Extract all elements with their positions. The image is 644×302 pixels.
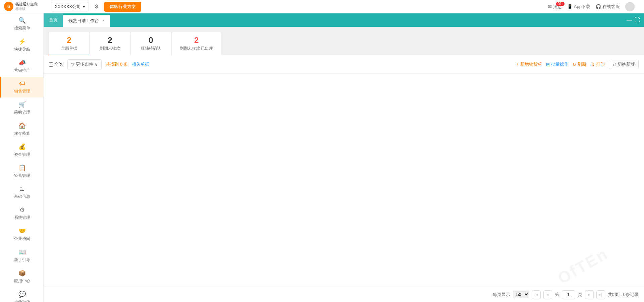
company-selector[interactable]: XXXXXX公司 ▾ [51,2,89,11]
header-right: ✉ 消息 99+ 📱 App下载 🎧 在线客服 [548,2,640,11]
settings-button[interactable]: ⚙ [92,2,101,11]
stat-all-label: 全部单据 [57,46,81,51]
select-all-checkbox[interactable]: 全选 [49,61,63,67]
stats-tabs: 2 全部单据 2 到期未收款 0 旺辅待确认 2 到期未收款 已出库 [44,27,644,55]
sidebar-item-guide[interactable]: 📖 新手引导 [0,245,43,266]
refresh-icon: ↻ [573,62,576,67]
search-icon: 🔍 [18,17,26,24]
last-page-button[interactable]: ▸| [596,290,605,299]
batch-label: 批量操作 [551,61,569,67]
experience-button[interactable]: 体验行业方案 [104,2,141,12]
table-area [44,74,644,287]
switch-icon: ⇄ [612,62,616,67]
sidebar-item-purchase[interactable]: 🛒 采购管理 [0,98,43,119]
money-icon: 💰 [18,143,26,150]
sidebar-item-wechat[interactable]: 💬 企业微信 [0,287,43,302]
message-badge: 99+ [556,2,565,6]
tab-workbench[interactable]: 钱货日清工作台 × [63,15,110,27]
switch-version-button[interactable]: ⇄ 切换新版 [609,60,639,69]
app-badge: 标准版 [15,7,38,11]
message-icon: ✉ [548,4,552,9]
sidebar-search-label: 搜索菜单 [14,25,30,31]
stat-tab-overdue[interactable]: 2 到期未收款 [90,32,130,55]
batch-icon: ⊞ [546,62,550,67]
select-all-label: 全选 [55,61,63,67]
select-all-input[interactable] [49,62,53,67]
workbench: 2 全部单据 2 到期未收款 0 旺辅待确认 2 到期未收款 已出库 [44,27,644,302]
sidebar-operations-label: 经营管理 [14,173,30,179]
handshake-icon: 🤝 [18,227,26,235]
sidebar-basic-info-label: 基础信息 [14,194,30,199]
first-page-button[interactable]: |◂ [532,290,541,299]
add-sales-order-button[interactable]: + 新增销货单 [517,61,542,67]
home-icon: 🏠 [18,122,26,129]
sidebar-item-search[interactable]: 🔍 搜索菜单 [0,13,43,35]
page-label-first: 第 [555,292,559,298]
settings-icon: ⚙ [19,206,25,214]
stat-tab-shipped[interactable]: 2 到期未收款 已出库 [172,32,221,55]
sidebar-item-system[interactable]: ⚙ 系统管理 [0,203,43,224]
toolbar: 全选 ▽ 更多条件 ∨ 共找到 0 条 相关单据 + 新增销货单 [44,55,644,74]
found-count-number: 0 [120,62,122,67]
sidebar-wechat-label: 企业微信 [14,299,30,302]
content-area: 首页 钱货日清工作台 × — ⛶ 2 全部单据 [44,13,644,302]
stat-tab-wangfu[interactable]: 0 旺辅待确认 [131,32,171,55]
tab-close-icon[interactable]: × [102,18,105,23]
toolbar-right: + 新增销货单 ⊞ 批量操作 ↻ 刷新 🖨 打印 [517,60,639,69]
sidebar-item-basic-info[interactable]: 🗂 基础信息 [0,182,43,203]
wechat-icon: 💬 [18,291,26,298]
next-page-button[interactable]: ▸ [585,290,594,299]
sidebar-item-enterprise[interactable]: 🤝 企业协同 [0,224,43,245]
stat-wangfu-count: 0 [139,36,163,45]
tab-maximize-button[interactable]: ⛶ [635,17,640,23]
sidebar-item-inventory[interactable]: 🏠 库存核算 [0,119,43,140]
sidebar-item-shortcuts[interactable]: ⚡ 快捷导航 [0,35,43,56]
stat-overdue-label: 到期未收款 [98,46,122,51]
book-icon: 📖 [18,248,26,256]
sidebar-item-marketing[interactable]: 📣 营销推广 [0,56,43,77]
megaphone-icon: 📣 [18,59,26,66]
top-header: 6 畅捷通好生意 标准版 XXXXXX公司 ▾ ⚙ 体验行业方案 ✉ 消息 99… [0,0,644,13]
stat-tab-all[interactable]: 2 全部单据 [49,32,89,55]
sidebar-item-sales[interactable]: 🏷 销售管理 [0,77,43,98]
headset-icon: 🎧 [596,4,601,9]
main-layout: 🔍 搜索菜单 ⚡ 快捷导航 📣 营销推广 🏷 销售管理 🛒 采购管理 🏠 库存核… [0,13,644,302]
stat-all-count: 2 [57,36,81,45]
filter-button[interactable]: ▽ 更多条件 ∨ [67,59,102,69]
folder-icon: 🗂 [19,185,25,192]
sidebar-guide-label: 新手引导 [14,257,30,263]
tab-home[interactable]: 首页 [44,13,63,27]
total-info: 共0页，0条记录 [608,292,639,298]
online-service-button[interactable]: 🎧 在线客服 [596,4,620,10]
page-size-label: 每页显示 [493,292,510,298]
chevron-down-icon: ∨ [95,62,98,67]
sidebar-item-finance[interactable]: 💰 资金管理 [0,140,43,161]
print-button[interactable]: 🖨 打印 [590,61,605,67]
gear-icon: ⚙ [94,3,99,10]
tab-bar-actions: — ⛶ [627,17,644,23]
tab-minimize-button[interactable]: — [627,17,632,23]
cart-icon: 🛒 [18,101,26,108]
sidebar-enterprise-label: 企业协同 [14,236,30,242]
prev-page-button[interactable]: ◂ [543,290,552,299]
refresh-label: 刷新 [578,61,586,67]
sidebar-item-app-center[interactable]: 📦 应用中心 [0,266,43,287]
user-avatar[interactable] [625,2,635,11]
sidebar-marketing-label: 营销推广 [14,68,30,73]
chevron-down-icon: ▾ [83,4,85,9]
current-page-input[interactable]: 1 [562,290,575,299]
related-orders-link[interactable]: 相关单据 [132,61,149,67]
sidebar-app-center-label: 应用中心 [14,278,30,284]
switch-label: 切换新版 [618,61,635,67]
sidebar-system-label: 系统管理 [14,215,30,221]
batch-operation-button[interactable]: ⊞ 批量操作 [546,61,569,67]
sidebar-item-operations[interactable]: 📋 经营管理 [0,161,43,182]
print-label: 打印 [596,61,605,67]
filter-label: 更多条件 [76,61,93,67]
app-download-button[interactable]: 📱 App下载 [567,4,590,10]
page-size-select[interactable]: 50 [513,291,529,298]
message-button[interactable]: ✉ 消息 99+ [548,4,562,10]
logo-area: 6 畅捷通好生意 标准版 [4,2,48,11]
refresh-button[interactable]: ↻ 刷新 [573,61,586,67]
sidebar-shortcuts-label: 快捷导航 [14,47,30,52]
